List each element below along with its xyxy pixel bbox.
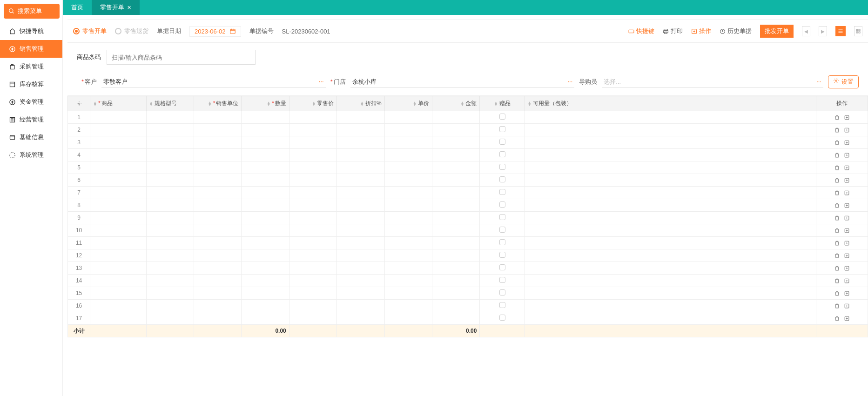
sidebar-item-purchase[interactable]: 采购管理: [0, 58, 62, 75]
table-row[interactable]: 15: [68, 287, 868, 300]
gift-checkbox[interactable]: [499, 277, 505, 283]
sidebar-item-sales[interactable]: 销售管理: [0, 40, 62, 58]
col-uprice[interactable]: ▲▼单价: [384, 96, 432, 111]
delete-icon[interactable]: [834, 177, 840, 183]
tab-零售开单[interactable]: 零售开单✕: [92, 0, 140, 15]
table-row[interactable]: 2: [68, 124, 868, 136]
sidebar-item-business[interactable]: 经营管理: [0, 111, 62, 128]
guide-picker[interactable]: 选择... ···: [602, 77, 823, 87]
table-row[interactable]: 5: [68, 161, 868, 174]
add-row-icon[interactable]: [844, 127, 850, 133]
sidebar-item-home[interactable]: 快捷导航: [0, 22, 62, 40]
add-row-icon[interactable]: [844, 240, 850, 246]
add-row-icon[interactable]: [844, 164, 850, 171]
sidebar-search-button[interactable]: 搜索菜单: [4, 4, 60, 19]
view-list-button[interactable]: [835, 26, 846, 36]
col-gift[interactable]: ▲▼赠品: [480, 96, 525, 111]
add-row-icon[interactable]: [844, 202, 850, 208]
table-row[interactable]: 9: [68, 212, 868, 224]
table-row[interactable]: 6: [68, 174, 868, 187]
doc-date-picker[interactable]: 2023-06-02: [189, 26, 241, 37]
delete-icon[interactable]: [834, 227, 840, 234]
prev-doc-button[interactable]: ◄: [802, 26, 810, 36]
delete-icon[interactable]: [834, 240, 840, 246]
delete-icon[interactable]: [834, 290, 840, 296]
add-row-icon[interactable]: [844, 177, 850, 183]
col-amount[interactable]: ▲▼金额: [432, 96, 479, 111]
delete-icon[interactable]: [834, 127, 840, 133]
gift-checkbox[interactable]: [499, 315, 505, 321]
table-row[interactable]: 4: [68, 149, 868, 161]
add-row-icon[interactable]: [844, 302, 850, 309]
col-qty[interactable]: ▲▼*数量: [242, 96, 289, 111]
batch-order-button[interactable]: 批发开单: [760, 25, 794, 38]
delete-icon[interactable]: [834, 252, 840, 259]
barcode-input[interactable]: [107, 50, 256, 65]
tab-首页[interactable]: 首页: [63, 0, 92, 15]
sidebar-item-base[interactable]: 基础信息: [0, 128, 62, 146]
delete-icon[interactable]: [834, 277, 840, 284]
gift-checkbox[interactable]: [499, 264, 505, 270]
add-row-icon[interactable]: [844, 315, 850, 322]
add-row-icon[interactable]: [844, 152, 850, 158]
radio-retail-order[interactable]: 零售开单: [73, 27, 107, 35]
table-row[interactable]: 3: [68, 136, 868, 149]
table-row[interactable]: 10: [68, 224, 868, 237]
col-price[interactable]: ▲▼零售价: [289, 96, 336, 111]
close-icon[interactable]: ✕: [127, 5, 131, 11]
gift-checkbox[interactable]: [499, 151, 505, 157]
gift-checkbox[interactable]: [499, 126, 505, 132]
table-row[interactable]: 7: [68, 187, 868, 199]
add-row-icon[interactable]: [844, 189, 850, 196]
gift-checkbox[interactable]: [499, 114, 505, 120]
col-product[interactable]: ▲▼*商品: [90, 96, 146, 111]
history-link[interactable]: 历史单据: [720, 27, 752, 35]
table-row[interactable]: 1: [68, 111, 868, 124]
sidebar-item-funds[interactable]: 资金管理: [0, 93, 62, 111]
add-row-icon[interactable]: [844, 114, 850, 121]
delete-icon[interactable]: [834, 114, 840, 121]
shortcut-link[interactable]: 快捷键: [628, 27, 654, 35]
gift-checkbox[interactable]: [499, 164, 505, 170]
print-link[interactable]: 打印: [663, 27, 683, 35]
col-disc[interactable]: ▲▼折扣%: [337, 96, 384, 111]
view-grid-button[interactable]: [854, 26, 862, 36]
add-row-icon[interactable]: [844, 252, 850, 259]
delete-icon[interactable]: [834, 152, 840, 158]
gift-checkbox[interactable]: [499, 189, 505, 195]
table-row[interactable]: 8: [68, 199, 868, 212]
add-row-icon[interactable]: [844, 227, 850, 234]
col-avail[interactable]: ▲▼可用量（包装）: [525, 96, 816, 111]
table-row[interactable]: 17: [68, 312, 868, 325]
table-row[interactable]: 11: [68, 237, 868, 249]
gift-checkbox[interactable]: [499, 139, 505, 145]
delete-icon[interactable]: [834, 215, 840, 221]
add-row-icon[interactable]: [844, 139, 850, 146]
table-row[interactable]: 12: [68, 249, 868, 262]
store-picker[interactable]: 余杭小库 ···: [350, 77, 575, 87]
add-row-icon[interactable]: [844, 265, 850, 271]
delete-icon[interactable]: [834, 315, 840, 322]
col-unit[interactable]: ▲▼*销售单位: [194, 96, 242, 111]
delete-icon[interactable]: [834, 265, 840, 271]
add-row-icon[interactable]: [844, 277, 850, 284]
radio-retail-return[interactable]: 零售退货: [115, 27, 148, 35]
next-doc-button[interactable]: ►: [819, 26, 827, 36]
delete-icon[interactable]: [834, 189, 840, 196]
gift-checkbox[interactable]: [499, 176, 505, 182]
customer-picker[interactable]: 零散客户 ···: [101, 77, 326, 87]
gift-checkbox[interactable]: [499, 289, 505, 295]
sidebar-item-system[interactable]: 系统管理: [0, 146, 62, 164]
gift-checkbox[interactable]: [499, 302, 505, 308]
sidebar-item-inventory[interactable]: 库存核算: [0, 75, 62, 93]
col-gear[interactable]: [68, 96, 90, 111]
col-spec[interactable]: ▲▼规格型号: [146, 96, 194, 111]
gift-checkbox[interactable]: [499, 239, 505, 245]
add-row-icon[interactable]: [844, 215, 850, 221]
gift-checkbox[interactable]: [499, 201, 505, 208]
ops-link[interactable]: 操作: [691, 27, 711, 35]
gift-checkbox[interactable]: [499, 252, 505, 258]
delete-icon[interactable]: [834, 202, 840, 208]
settings-button[interactable]: 设置: [828, 75, 859, 88]
delete-icon[interactable]: [834, 139, 840, 146]
